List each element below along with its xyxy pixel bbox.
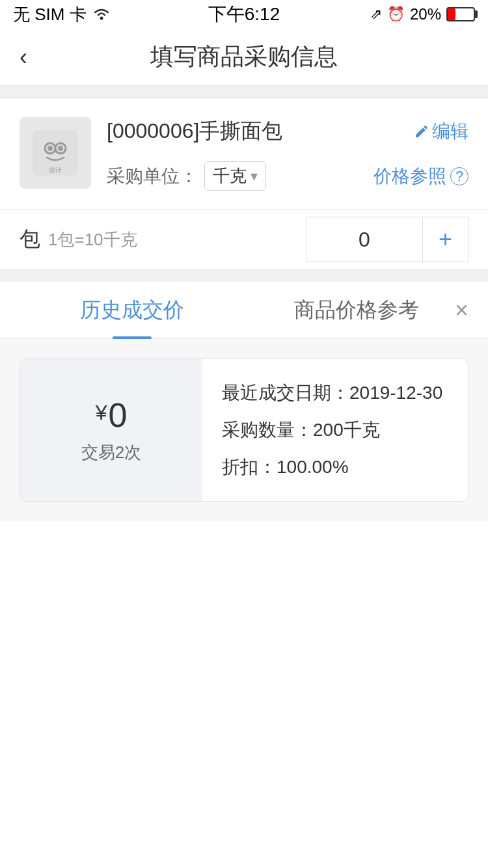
unit-conversion: 1包=10千克 [48, 228, 137, 251]
dropdown-icon: ▾ [251, 168, 258, 185]
tabs-header: 历史成交价 商品价格参考 × [0, 282, 488, 339]
tab-history-label: 历史成交价 [80, 296, 184, 325]
tab-history-price[interactable]: 历史成交价 [20, 282, 244, 339]
back-button[interactable]: ‹ [20, 46, 27, 69]
product-id: [0000006] [107, 119, 199, 142]
tab-price-ref-label: 商品价格参考 [294, 296, 419, 325]
detail-quantity-row: 采购数量：200千克 [222, 417, 448, 442]
history-details: 最近成交日期：2019-12-30 采购数量：200千克 折扣：100.00% [202, 359, 468, 501]
product-info: [0000006]手撕面包 编辑 采购单位： 千克 ▾ 价格参照 ? [107, 117, 468, 191]
unit-label: 采购单位： 千克 ▾ [107, 161, 266, 191]
help-icon: ? [450, 167, 468, 185]
trade-count: 交易2次 [81, 441, 141, 464]
svg-point-5 [58, 146, 63, 151]
discount-value: 100.00% [277, 457, 349, 477]
edit-icon [414, 124, 429, 139]
product-image-icon: 营计 [33, 130, 78, 176]
detail-date-row: 最近成交日期：2019-12-30 [222, 380, 448, 405]
price-symbol: ¥ [96, 401, 107, 425]
unit-badge: 包 [20, 225, 40, 254]
quantity-input-area: + [306, 217, 468, 262]
status-bar: 无 SIM 卡 下午6:12 ⇗ ⏰ 20% [0, 0, 488, 29]
unit-label-text: 采购单位： [107, 164, 198, 189]
unit-value: 千克 [213, 165, 247, 187]
carrier-text: 无 SIM 卡 [13, 3, 87, 26]
quantity-row: 包 1包=10千克 + [0, 210, 488, 269]
tab-content: ¥ 0 交易2次 最近成交日期：2019-12-30 采购数量：200千克 折扣… [0, 339, 488, 521]
product-image: 营计 [20, 117, 91, 189]
wifi-icon [92, 5, 111, 25]
quantity-input[interactable] [306, 217, 423, 262]
battery-icon [446, 7, 475, 21]
status-time: 下午6:12 [208, 2, 280, 27]
product-name: [0000006]手撕面包 [107, 117, 282, 146]
tab-price-reference[interactable]: 商品价格参考 [244, 282, 468, 339]
history-price: ¥ 0 [96, 396, 128, 435]
battery-percentage: 20% [410, 5, 441, 23]
page-title: 填写商品采购信息 [150, 41, 338, 73]
quantity-label-area: 包 1包=10千克 [20, 225, 137, 254]
price-ref-link[interactable]: 价格参照 ? [373, 164, 468, 189]
discount-label: 折扣： [222, 457, 277, 477]
svg-point-0 [100, 16, 103, 20]
bottom-area [0, 521, 488, 868]
svg-point-4 [47, 146, 53, 151]
product-unit-row: 采购单位： 千克 ▾ 价格参照 ? [107, 161, 468, 191]
plus-icon: + [439, 226, 452, 253]
header: ‹ 填写商品采购信息 [0, 29, 488, 86]
tabs-section: 历史成交价 商品价格参考 × ¥ 0 交易2次 最近成交日期：2019-12-3… [0, 282, 488, 521]
price-ref-label: 价格参照 [373, 164, 446, 189]
quantity-label: 采购数量： [222, 420, 313, 440]
location-icon: ⇗ [370, 6, 382, 23]
alarm-icon: ⏰ [387, 6, 405, 23]
history-card: ¥ 0 交易2次 最近成交日期：2019-12-30 采购数量：200千克 折扣… [20, 359, 468, 502]
tab-underline [113, 336, 152, 339]
date-value: 2019-12-30 [349, 383, 442, 403]
history-price-area: ¥ 0 交易2次 [20, 359, 202, 501]
status-left: 无 SIM 卡 [13, 3, 111, 26]
quantity-value: 200千克 [313, 420, 380, 440]
product-card: 营计 [0000006]手撕面包 编辑 采购单位： 千克 ▾ [0, 99, 488, 209]
price-amount: 0 [108, 396, 127, 435]
unit-select[interactable]: 千克 ▾ [204, 161, 266, 191]
product-name-row: [0000006]手撕面包 编辑 [107, 117, 468, 146]
status-right: ⇗ ⏰ 20% [370, 5, 475, 23]
svg-text:营计: 营计 [49, 167, 62, 174]
date-label: 最近成交日期： [222, 383, 349, 403]
product-title: 手撕面包 [199, 119, 282, 142]
detail-discount-row: 折扣：100.00% [222, 454, 448, 480]
edit-link[interactable]: 编辑 [414, 119, 468, 144]
edit-label: 编辑 [432, 119, 468, 144]
tab-close-button[interactable]: × [455, 297, 468, 324]
quantity-plus-button[interactable]: + [423, 217, 468, 262]
